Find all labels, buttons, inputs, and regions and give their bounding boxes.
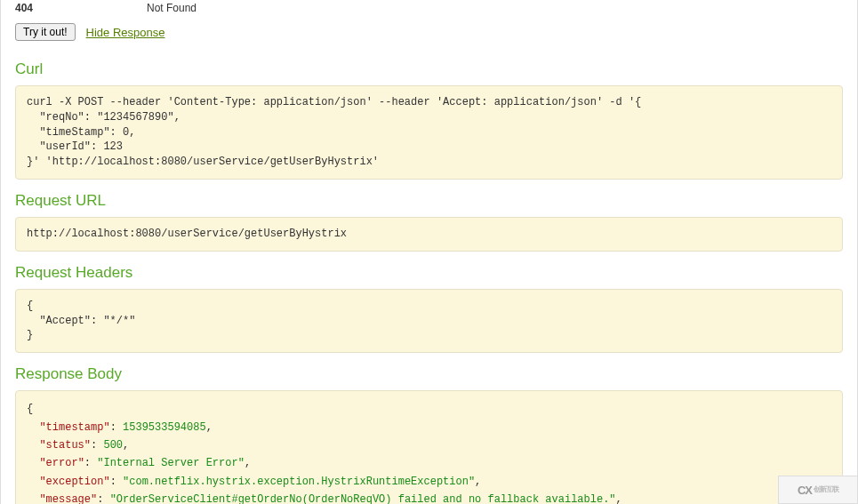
curl-content: curl -X POST --header 'Content-Type: app… [15, 85, 843, 180]
request-headers-title: Request Headers [15, 264, 843, 282]
status-desc: Not Found [147, 2, 196, 14]
json-val-exception: com.netflix.hystrix.exception.HystrixRun… [129, 476, 469, 488]
watermark-logo-text: CX [798, 484, 812, 497]
json-key-timestamp: timestamp [46, 421, 104, 434]
json-key-message: message [46, 493, 91, 504]
status-code: 404 [15, 2, 147, 14]
hide-response-link[interactable]: Hide Response [86, 26, 165, 39]
json-val-timestamp: 1539533594085 [123, 421, 206, 434]
response-body-title: Response Body [15, 365, 843, 383]
json-key-exception: exception [46, 476, 104, 488]
request-url-title: Request URL [15, 192, 843, 210]
json-key-status: status [46, 439, 84, 452]
status-row: 404 Not Found [15, 0, 843, 20]
request-url-content: http://localhost:8080/userService/getUse… [15, 217, 843, 252]
response-body-content: { "timestamp": 1539533594085, "status": … [15, 390, 843, 504]
watermark-logo: CX 创新互联 [778, 476, 858, 504]
json-val-status: 500 [103, 439, 123, 452]
request-headers-content: { "Accept": "*/*" } [15, 289, 843, 353]
curl-title: Curl [15, 60, 843, 78]
json-val-error: Internal Server Error [103, 457, 237, 469]
action-row: Try it out! Hide Response [15, 20, 843, 48]
json-val-message: OrderServiceClient#getOrderNo(OrderNoReq… [116, 493, 610, 504]
json-key-error: error [46, 457, 78, 469]
try-it-out-button[interactable]: Try it out! [15, 23, 76, 41]
watermark-cn-text: 创新互联 [814, 486, 838, 493]
